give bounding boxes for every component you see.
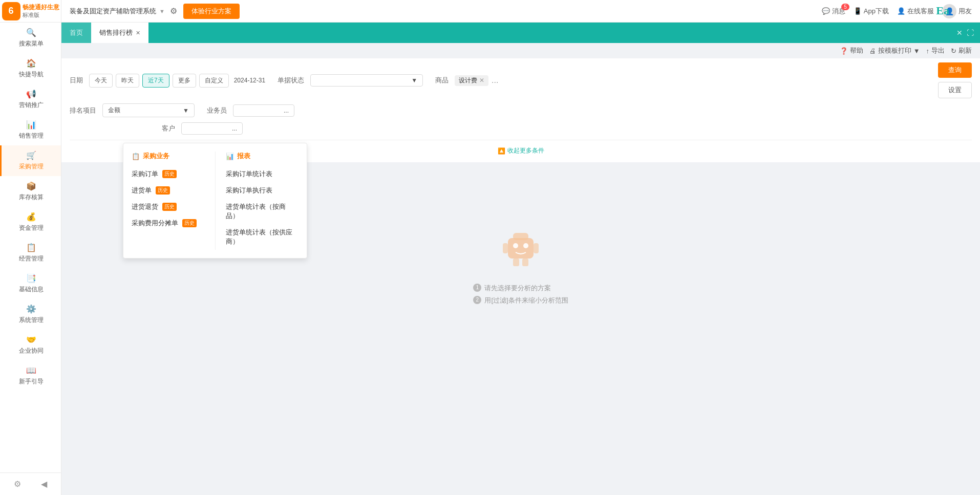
menu-goods-receipt[interactable]: 进货单 历史 bbox=[132, 182, 205, 199]
menu-item-label: 进货退货 bbox=[132, 202, 158, 211]
logo-line1: 畅捷通好生意 bbox=[23, 4, 59, 12]
goods-tag-text: 设计费 bbox=[459, 76, 477, 85]
tab-home-label: 首页 bbox=[70, 28, 83, 37]
top-bar: 装备及固定资产辅助管理系统 ▼ ⚙ 体验行业方案 💬 消息 5 📱 App下载 … bbox=[61, 0, 980, 23]
sales-icon: 📊 bbox=[26, 120, 36, 130]
service-icon: 👤 bbox=[897, 7, 905, 15]
date-7days[interactable]: 近7天 bbox=[142, 74, 169, 88]
refresh-link[interactable]: ↻ 刷新 bbox=[951, 46, 972, 55]
bill-status-arrow: ▼ bbox=[411, 77, 417, 84]
date-value: 2024-12-31 bbox=[234, 77, 265, 84]
user-label: 用友 bbox=[958, 7, 972, 16]
footer-collapse-icon[interactable]: ◀ bbox=[39, 477, 49, 491]
tip-num-1: 1 bbox=[473, 284, 481, 292]
online-service-action[interactable]: 👤 在线客服 bbox=[897, 7, 934, 16]
sidebar-item-purchase[interactable]: 🛒 采购管理 bbox=[0, 145, 61, 176]
sidebar-footer: ⚙ ◀ bbox=[0, 472, 61, 495]
tab-close-btn[interactable]: ✕ bbox=[956, 29, 963, 37]
sidebar-item-operations[interactable]: 📋 经营管理 bbox=[0, 238, 61, 268]
tip-text-2: 用[过滤]条件来缩小分析范围 bbox=[484, 296, 568, 305]
dropdown-col-2: 📊 报表 采购订单统计表 采购订单执行表 进货单统计表（按商品） bbox=[218, 152, 307, 250]
menu-receipt-by-goods[interactable]: 进货单统计表（按商品） bbox=[226, 199, 299, 224]
message-action[interactable]: 💬 消息 5 bbox=[822, 7, 845, 16]
date-custom[interactable]: 自定义 bbox=[199, 74, 229, 88]
app-download-action[interactable]: 📱 App下载 bbox=[854, 7, 889, 16]
tab-sales-rank-label: 销售排行榜 bbox=[99, 28, 133, 37]
goods-tag: 设计费 ✕ bbox=[455, 75, 488, 86]
date-yesterday[interactable]: 昨天 bbox=[116, 74, 139, 88]
system-title-arrow[interactable]: ▼ bbox=[159, 8, 165, 14]
footer-settings-icon[interactable]: ⚙ bbox=[12, 477, 23, 491]
tab-sales-rank[interactable]: 销售排行榜 ✕ bbox=[91, 23, 148, 43]
export-label: 导出 bbox=[931, 46, 945, 55]
filter-row-1: 日期 今天 昨天 近7天 更多 自定义 2024-12-31 单据状态 bbox=[70, 62, 972, 98]
menu-purchase-order[interactable]: 采购订单 历史 bbox=[132, 166, 205, 182]
goods-dots[interactable]: ... bbox=[492, 76, 498, 85]
date-more[interactable]: 更多 bbox=[173, 74, 196, 88]
rank-select[interactable]: 金额 ▼ bbox=[102, 103, 195, 117]
rank-arrow: ▼ bbox=[183, 107, 189, 114]
col2-title-text: 报表 bbox=[237, 152, 250, 161]
customer-select[interactable]: ... bbox=[181, 122, 243, 135]
tip-num-2: 2 bbox=[473, 296, 481, 304]
basic-info-icon: 📑 bbox=[26, 273, 36, 283]
marketing-icon: 📢 bbox=[26, 89, 36, 99]
help-link[interactable]: ❓ 帮助 bbox=[840, 46, 863, 55]
sidebar-label-finance: 资金管理 bbox=[19, 224, 44, 232]
empty-tip-2: 2 用[过滤]条件来缩小分析范围 bbox=[473, 296, 568, 305]
tab-maximize-btn[interactable]: ⛶ bbox=[967, 29, 974, 37]
print-link[interactable]: 🖨 按模板打印 ▼ bbox=[869, 46, 920, 55]
empty-illustration bbox=[495, 223, 546, 275]
sidebar-item-marketing[interactable]: 📢 营销推广 bbox=[0, 84, 61, 115]
salesperson-select[interactable]: ... bbox=[233, 104, 294, 117]
sidebar-label-basic-info: 基础信息 bbox=[19, 285, 44, 294]
tab-home[interactable]: 首页 bbox=[61, 23, 91, 43]
query-button[interactable]: 查询 bbox=[938, 62, 972, 78]
sidebar-item-guide[interactable]: 📖 新手引导 bbox=[0, 360, 61, 391]
export-link[interactable]: ↑ 导出 bbox=[926, 46, 945, 55]
date-today[interactable]: 今天 bbox=[89, 74, 113, 88]
refresh-icon: ↻ bbox=[951, 47, 956, 55]
menu-goods-return[interactable]: 进货退货 历史 bbox=[132, 199, 205, 215]
tab-bar: 首页 销售排行榜 ✕ ✕ ⛶ bbox=[61, 23, 980, 43]
menu-po-stat[interactable]: 采购订单统计表 bbox=[226, 166, 299, 182]
customer-label: 客户 bbox=[162, 124, 175, 133]
menu-receipt-by-supplier[interactable]: 进货单统计表（按供应商） bbox=[226, 224, 299, 250]
tab-close-icon[interactable]: ✕ bbox=[136, 30, 140, 36]
bill-status-select[interactable]: ▼ bbox=[310, 74, 423, 87]
goods-control: 设计费 ✕ ... bbox=[455, 75, 498, 86]
industry-button[interactable]: 体验行业方案 bbox=[183, 4, 240, 19]
svg-rect-5 bbox=[534, 243, 539, 253]
tab-right-actions: ✕ ⛶ bbox=[956, 29, 980, 37]
sidebar-label-operations: 经营管理 bbox=[19, 254, 44, 263]
help-icon: ❓ bbox=[840, 47, 848, 55]
print-label: 按模板打印 bbox=[878, 46, 911, 55]
sidebar-item-search[interactable]: 🔍 搜索菜单 bbox=[0, 23, 61, 53]
svg-rect-1 bbox=[513, 233, 528, 240]
empty-robot-icon bbox=[495, 223, 546, 274]
settings-button[interactable]: 设置 bbox=[938, 82, 972, 98]
logo-area: 6 畅捷通好生意 标准版 bbox=[0, 0, 61, 23]
sidebar-item-sales[interactable]: 📊 销售管理 bbox=[0, 115, 61, 145]
sidebar-item-inventory[interactable]: 📦 库存核算 bbox=[0, 176, 61, 207]
sidebar-item-enterprise[interactable]: 🤝 企业协同 bbox=[0, 330, 61, 360]
dropdown-divider bbox=[215, 152, 216, 250]
settings-icon[interactable]: ⚙ bbox=[170, 6, 177, 16]
menu-po-exec[interactable]: 采购订单执行表 bbox=[226, 182, 299, 199]
top-actions: 💬 消息 5 📱 App下载 👤 在线客服 👤 用友 Ea bbox=[822, 4, 972, 18]
goods-tag-close[interactable]: ✕ bbox=[479, 77, 484, 84]
menu-purchase-expense[interactable]: 采购费用分摊单 历史 bbox=[132, 215, 205, 231]
sidebar-item-system[interactable]: ⚙️ 系统管理 bbox=[0, 299, 61, 330]
sidebar-item-quick-nav[interactable]: 🏠 快捷导航 bbox=[0, 53, 61, 84]
sidebar: 🔍 搜索菜单 🏠 快捷导航 📢 营销推广 📊 销售管理 🛒 采购管 bbox=[0, 23, 61, 495]
salesperson-dots: ... bbox=[284, 107, 289, 114]
sidebar-label-inventory: 库存核算 bbox=[19, 193, 44, 202]
filter-row-2: 排名项目 金额 ▼ 业务员 ... bbox=[70, 103, 972, 117]
sidebar-item-basic-info[interactable]: 📑 基础信息 bbox=[0, 268, 61, 299]
sidebar-item-finance[interactable]: 💰 资金管理 bbox=[0, 207, 61, 238]
logo-icon-text: 6 bbox=[8, 6, 13, 16]
sidebar-label-search: 搜索菜单 bbox=[19, 39, 44, 48]
collapse-btn[interactable]: 🔼 收起更多条件 bbox=[498, 143, 544, 158]
hist-badge: 历史 bbox=[156, 186, 170, 195]
sidebar-label-quick-nav: 快捷导航 bbox=[19, 70, 44, 79]
